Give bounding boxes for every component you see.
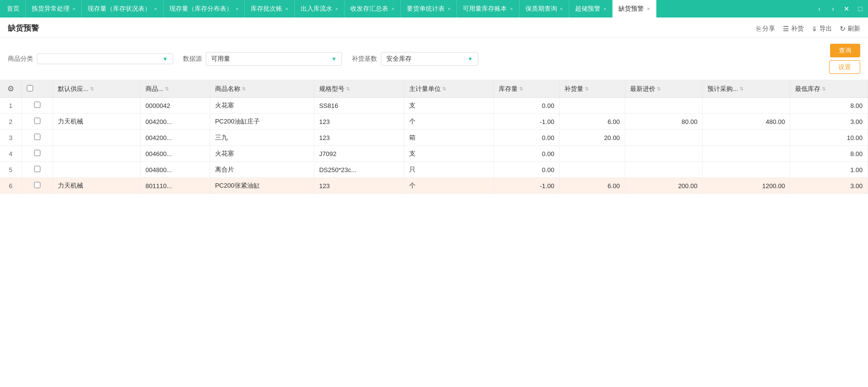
tab-stock-status-close[interactable]: × xyxy=(154,6,157,12)
col-estimated[interactable]: 预计采购... ⇅ xyxy=(703,80,790,98)
query-button[interactable]: 查询 xyxy=(830,44,860,57)
col-supplement[interactable]: 补货量 ⇅ xyxy=(560,80,625,98)
filter-actions: 查询 设置 xyxy=(829,44,860,74)
tab-shortage-label: 缺货预警 xyxy=(618,4,644,13)
tab-expiry-label: 保质期查询 xyxy=(525,4,557,13)
tab-overstock-label: 超储预警 xyxy=(575,4,600,13)
header-actions: ⎘ 分享 ☰ 补货 ⇓ 导出 ↻ 刷新 xyxy=(757,24,860,33)
row-min-stock-6: 3.00 xyxy=(790,178,868,194)
row-stock-4: 0.00 xyxy=(494,146,560,162)
tab-picking-close[interactable]: × xyxy=(72,6,75,12)
row-stock-5: 0.00 xyxy=(494,162,560,178)
tab-stock-dist[interactable]: 现存量（库存分布表） × xyxy=(163,0,245,18)
row-checkbox-cell-2[interactable] xyxy=(21,114,53,130)
tab-expiry[interactable]: 保质期查询 × xyxy=(520,0,569,18)
tab-stock-dist-close[interactable]: × xyxy=(235,6,238,12)
row-checkbox-cell-3[interactable] xyxy=(21,130,53,146)
col-product-name[interactable]: 商品名称 ⇅ xyxy=(210,80,314,98)
supplement-button[interactable]: ☰ 补货 xyxy=(783,24,804,33)
supplement-base-select-value: 安全库存 xyxy=(386,54,412,63)
row-product-code-6: 801110... xyxy=(141,178,210,194)
row-checkbox-cell-1[interactable] xyxy=(21,98,53,114)
row-supplier-5 xyxy=(53,162,141,178)
refresh-button[interactable]: ↻ 刷新 xyxy=(840,24,860,33)
col-spec[interactable]: 规格型号 ⇅ xyxy=(314,80,404,98)
tab-overstock[interactable]: 超储预警 × xyxy=(569,0,613,18)
row-supplement-2: 6.00 xyxy=(560,114,625,130)
row-unit-1: 支 xyxy=(404,98,494,114)
row-checkbox-cell-4[interactable] xyxy=(21,146,53,162)
tab-next-button[interactable]: › xyxy=(826,2,840,16)
tab-available[interactable]: 可用量库存账本 × xyxy=(457,0,519,18)
supplement-icon: ☰ xyxy=(783,25,789,33)
tab-home-label: 首页 xyxy=(7,4,19,13)
tab-summary[interactable]: 收发存汇总表 × xyxy=(344,0,400,18)
tab-available-close[interactable]: × xyxy=(510,6,513,12)
column-settings-icon[interactable]: ⚙ xyxy=(7,85,14,93)
refresh-label: 刷新 xyxy=(848,24,860,33)
row-spec-1: SS816 xyxy=(314,98,404,114)
col-latest-price[interactable]: 最新进价 ⇅ xyxy=(625,80,702,98)
row-latest-price-6: 200.00 xyxy=(625,178,702,194)
tab-inout-close[interactable]: × xyxy=(335,6,338,12)
tab-demand-close[interactable]: × xyxy=(448,6,451,12)
row-checkbox-cell-6[interactable] xyxy=(21,178,53,194)
filter-bar: 商品分类 ▼ 数据源 可用量 ▼ 补货基数 安全库存 ▼ 查询 设置 xyxy=(0,38,868,80)
row-checkbox-cell-5[interactable] xyxy=(21,162,53,178)
col-product-name-sort-icon: ⇅ xyxy=(242,86,246,91)
row-latest-price-3 xyxy=(625,130,702,146)
col-unit[interactable]: 主计量单位 ⇅ xyxy=(404,80,494,98)
tab-expiry-close[interactable]: × xyxy=(560,6,563,12)
row-checkbox-2[interactable] xyxy=(34,118,40,124)
tab-batch-close[interactable]: × xyxy=(285,6,288,12)
row-checkbox-5[interactable] xyxy=(34,166,40,172)
tab-demand[interactable]: 要货单统计表 × xyxy=(401,0,457,18)
row-checkbox-6[interactable] xyxy=(34,182,40,188)
supplement-base-select[interactable]: 安全库存 ▼ xyxy=(381,52,478,66)
col-product-code[interactable]: 商品... ⇅ xyxy=(141,80,210,98)
row-estimated-3 xyxy=(703,130,790,146)
tab-shortage-close[interactable]: × xyxy=(647,6,650,12)
row-min-stock-3: 10.00 xyxy=(790,130,868,146)
main-content: 缺货预警 ⎘ 分享 ☰ 补货 ⇓ 导出 ↻ 刷新 商品分类 xyxy=(0,18,868,387)
export-button[interactable]: ⇓ 导出 xyxy=(812,24,832,33)
tab-close-button[interactable]: ✕ xyxy=(840,2,853,16)
tab-prev-button[interactable]: ‹ xyxy=(813,2,826,16)
col-supplier-sort-icon: ⇅ xyxy=(90,86,94,91)
row-latest-price-2: 80.00 xyxy=(625,114,702,130)
category-select[interactable]: ▼ xyxy=(37,53,173,64)
datasource-select[interactable]: 可用量 ▼ xyxy=(206,52,342,66)
share-button[interactable]: ⎘ 分享 xyxy=(757,24,775,33)
row-checkbox-3[interactable] xyxy=(34,134,40,140)
refresh-icon: ↻ xyxy=(840,25,846,33)
tab-maximize-button[interactable]: □ xyxy=(853,2,867,16)
row-spec-4: J7092 xyxy=(314,146,404,162)
select-all-checkbox[interactable] xyxy=(27,85,33,91)
tab-overstock-close[interactable]: × xyxy=(603,6,606,12)
supplement-label: 补货 xyxy=(791,24,804,33)
tab-stock-status[interactable]: 现存量（库存状况表） × xyxy=(82,0,163,18)
tab-home[interactable]: 首页 xyxy=(1,0,26,18)
row-num-5: 5 xyxy=(0,162,21,178)
settings-col-header[interactable]: ⚙ xyxy=(0,80,21,98)
tab-inout[interactable]: 出入库流水 × xyxy=(295,0,344,18)
row-checkbox-4[interactable] xyxy=(34,150,40,156)
page-header: 缺货预警 ⎘ 分享 ☰ 补货 ⇓ 导出 ↻ 刷新 xyxy=(0,18,868,38)
row-checkbox-1[interactable] xyxy=(34,102,40,108)
row-estimated-6: 1200.00 xyxy=(703,178,790,194)
datasource-select-value: 可用量 xyxy=(211,54,230,63)
row-supplement-6: 6.00 xyxy=(560,178,625,194)
checkbox-col-header[interactable] xyxy=(21,80,53,98)
row-product-code-3: 004200... xyxy=(141,130,210,146)
tab-batch[interactable]: 库存批次账 × xyxy=(245,0,294,18)
tab-picking[interactable]: 拣货异常处理 × xyxy=(26,0,82,18)
col-min-stock[interactable]: 最低库存 ⇅ xyxy=(790,80,868,98)
tab-shortage[interactable]: 缺货预警 × xyxy=(613,0,656,18)
col-unit-sort-icon: ⇅ xyxy=(442,86,446,91)
settings-button[interactable]: 设置 xyxy=(829,60,860,74)
col-stock[interactable]: 库存量 ⇅ xyxy=(494,80,560,98)
row-unit-6: 个 xyxy=(404,178,494,194)
col-supplier[interactable]: 默认供应... ⇅ xyxy=(53,80,141,98)
datasource-label: 数据源 xyxy=(183,54,202,63)
tab-summary-close[interactable]: × xyxy=(391,6,394,12)
